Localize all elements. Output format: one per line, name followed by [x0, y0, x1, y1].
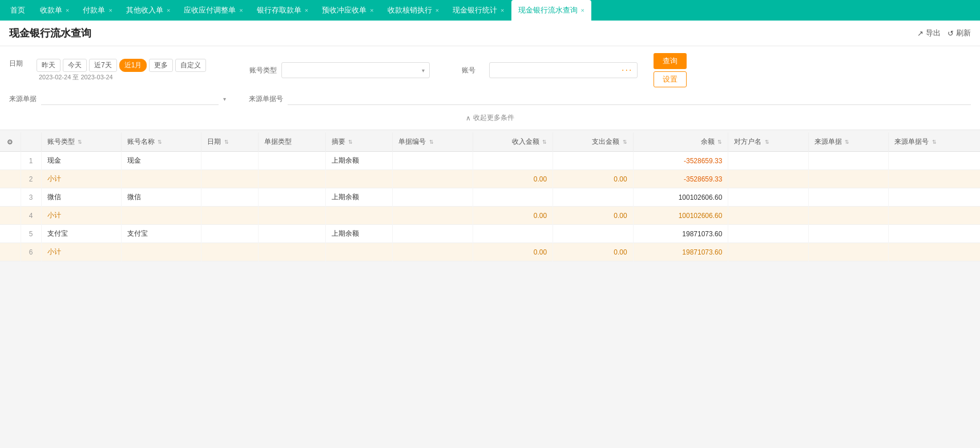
- row-balance: 100102606.60: [633, 207, 728, 225]
- export-button[interactable]: ↗ 导出: [917, 28, 941, 38]
- refresh-icon: ↺: [947, 29, 954, 38]
- table-row: 1 现金 现金 上期余额 -3528659.33: [0, 152, 980, 170]
- row-account-name: [121, 170, 201, 188]
- sort-date-icon: ⇅: [224, 139, 229, 145]
- col-doc-no[interactable]: 单据编号 ⇅: [393, 132, 473, 152]
- nav-item-verification[interactable]: 收款核销执行 ×: [381, 0, 446, 21]
- nav-item-receipt[interactable]: 收款单 ×: [33, 0, 76, 21]
- table-row: 3 微信 微信 上期余额 100102606.60: [0, 188, 980, 207]
- row-doc-no: [393, 188, 473, 207]
- close-other-income-icon[interactable]: ×: [167, 7, 170, 14]
- row-account-name: 现金: [121, 152, 201, 170]
- table-row: 5 支付宝 支付宝 上期余额 19871073.60: [0, 225, 980, 243]
- account-dots-icon[interactable]: ···: [622, 65, 632, 75]
- row-source-doc: [808, 152, 888, 170]
- nav-item-bank-stats[interactable]: 现金银行统计 ×: [446, 0, 511, 21]
- account-input[interactable]: ···: [489, 62, 638, 78]
- source-doc-row: 来源单据 ▾ 来源单据号: [9, 93, 971, 105]
- sort-source-doc-icon: ⇅: [845, 139, 849, 145]
- sort-summary-icon: ⇅: [348, 139, 353, 145]
- row-doc-no: [393, 225, 473, 243]
- row-doc-type: [258, 225, 325, 243]
- date-btn-7days[interactable]: 近7天: [89, 59, 117, 72]
- sort-balance-icon: ⇅: [717, 139, 722, 145]
- sort-doc-no-icon: ⇅: [429, 139, 434, 145]
- row-gear-cell: [0, 243, 21, 261]
- row-summary: 上期余额: [325, 225, 393, 243]
- data-table-container: ⚙ 账号类型 ⇅ 账号名称 ⇅ 日期 ⇅ 单据类型: [0, 132, 980, 261]
- close-bank-stats-icon[interactable]: ×: [501, 7, 504, 14]
- collapse-filter-row[interactable]: ∧ 收起更多条件: [9, 111, 971, 125]
- date-filter-row: 日期 昨天 今天 近7天 近1月 更多 自定义 2023-02-24 至 202…: [9, 53, 971, 87]
- refresh-button[interactable]: ↺ 刷新: [947, 28, 971, 38]
- page-header: 现金银行流水查询 ↗ 导出 ↺ 刷新: [0, 21, 980, 46]
- close-advance-icon[interactable]: ×: [370, 7, 373, 14]
- row-source-doc: [808, 170, 888, 188]
- sort-expense-icon: ⇅: [623, 139, 627, 145]
- row-source-doc-no: [889, 225, 980, 243]
- close-adjustment-icon[interactable]: ×: [239, 7, 243, 14]
- source-doc-arrow-icon[interactable]: ▾: [223, 96, 226, 102]
- sort-source-doc-no-icon: ⇅: [932, 139, 937, 145]
- row-doc-type: [258, 243, 325, 261]
- account-type-select[interactable]: ▾: [281, 62, 430, 78]
- col-source-doc-no[interactable]: 来源单据号 ⇅: [889, 132, 980, 152]
- source-doc-select: 来源单据 ▾: [9, 93, 226, 105]
- nav-item-adjustment[interactable]: 应收应付调整单 ×: [177, 0, 249, 21]
- nav-item-bank-deposit[interactable]: 银行存取款单 ×: [250, 0, 315, 21]
- close-verification-icon[interactable]: ×: [435, 7, 439, 14]
- close-bank-deposit-icon[interactable]: ×: [305, 7, 308, 14]
- row-counterpart: [728, 188, 808, 207]
- source-doc-num-input[interactable]: [288, 93, 971, 105]
- source-doc-input[interactable]: [41, 93, 219, 105]
- col-summary[interactable]: 摘要 ⇅: [325, 132, 393, 152]
- date-btn-more[interactable]: 更多: [149, 59, 173, 72]
- export-icon: ↗: [917, 29, 923, 38]
- row-summary: [325, 207, 393, 225]
- row-num-cell: 4: [21, 207, 41, 225]
- table-row: 2 小计 0.00 0.00 -3528659.33: [0, 170, 980, 188]
- row-source-doc: [808, 243, 888, 261]
- row-account-name: 支付宝: [121, 225, 201, 243]
- col-account-name[interactable]: 账号名称 ⇅: [121, 132, 201, 152]
- row-expense: 0.00: [553, 243, 633, 261]
- col-date[interactable]: 日期 ⇅: [201, 132, 259, 152]
- sort-account-name-icon: ⇅: [158, 139, 162, 145]
- close-receipt-icon[interactable]: ×: [66, 7, 69, 14]
- nav-home[interactable]: 首页: [2, 5, 33, 15]
- col-account-type[interactable]: 账号类型 ⇅: [41, 132, 121, 152]
- date-btn-yesterday[interactable]: 昨天: [37, 59, 61, 72]
- collapse-icon: ∧: [466, 114, 471, 122]
- page-title: 现金银行流水查询: [9, 26, 91, 40]
- row-num-cell: 1: [21, 152, 41, 170]
- row-expense: 0.00: [553, 170, 633, 188]
- nav-item-other-income[interactable]: 其他收入单 ×: [119, 0, 177, 21]
- account-type-arrow-icon: ▾: [422, 67, 425, 74]
- row-expense: [553, 152, 633, 170]
- row-doc-type: [258, 170, 325, 188]
- col-counterpart[interactable]: 对方户名 ⇅: [728, 132, 808, 152]
- col-balance[interactable]: 余额 ⇅: [633, 132, 728, 152]
- col-income[interactable]: 收入金额 ⇅: [473, 132, 552, 152]
- row-income: [473, 225, 552, 243]
- settings-button[interactable]: 设置: [654, 71, 687, 87]
- row-gear-cell: [0, 207, 21, 225]
- date-btn-custom[interactable]: 自定义: [175, 59, 206, 72]
- nav-item-advance[interactable]: 预收冲应收单 ×: [315, 0, 380, 21]
- query-button[interactable]: 查询: [654, 53, 687, 69]
- row-gear-cell: [0, 188, 21, 207]
- row-account-type: 现金: [41, 152, 121, 170]
- col-num: [21, 132, 41, 152]
- col-source-doc[interactable]: 来源单据 ⇅: [808, 132, 888, 152]
- col-expense[interactable]: 支出金额 ⇅: [553, 132, 633, 152]
- nav-item-payment[interactable]: 付款单 ×: [76, 0, 119, 21]
- date-btn-today[interactable]: 今天: [63, 59, 87, 72]
- row-expense: 0.00: [553, 207, 633, 225]
- close-payment-icon[interactable]: ×: [108, 7, 112, 14]
- close-bank-flow-icon[interactable]: ×: [581, 7, 584, 14]
- gear-icon[interactable]: ⚙: [7, 138, 13, 146]
- row-gear-cell: [0, 170, 21, 188]
- row-date: [201, 207, 259, 225]
- nav-item-bank-flow[interactable]: 现金银行流水查询 ×: [511, 0, 591, 21]
- date-btn-1month[interactable]: 近1月: [119, 59, 147, 72]
